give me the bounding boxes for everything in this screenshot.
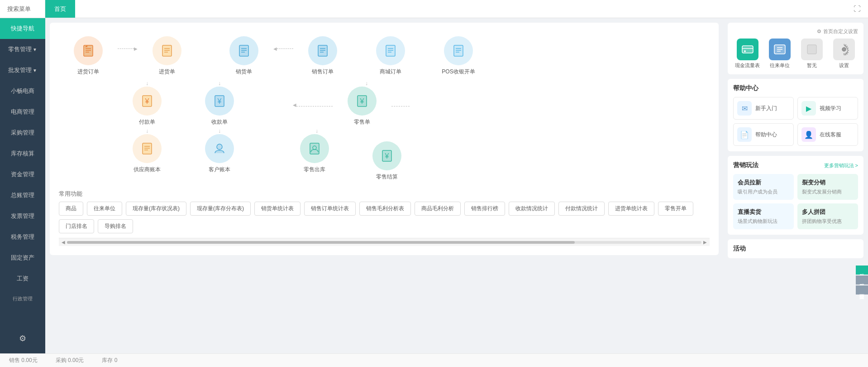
service-icon: 👤 bbox=[801, 127, 816, 142]
mall-order-label: 商城订单 bbox=[380, 68, 401, 76]
flow-node-retail-settle[interactable]: ¥ 零售结算 bbox=[358, 141, 416, 181]
sidebar-item-salary[interactable]: 工资 bbox=[0, 268, 45, 289]
live-desc: 场景式购物新玩法 bbox=[738, 218, 789, 225]
sidebar-item-purchase[interactable]: 采购管理 bbox=[0, 122, 45, 143]
sidebar-item-ecommerce-mgmt[interactable]: 电商管理 bbox=[0, 101, 45, 122]
help-item-video[interactable]: ▶ 视频学习 bbox=[797, 97, 858, 120]
beginner-icon: ✉ bbox=[737, 101, 752, 116]
sidebar-item-invoice[interactable]: 发票管理 bbox=[0, 206, 45, 227]
func-button-13[interactable]: 门店排名 bbox=[59, 219, 94, 233]
flow-node-purchase[interactable]: 进货单 bbox=[138, 36, 196, 76]
sidebar-item-label: 库存核算 bbox=[11, 150, 34, 158]
contacts-icon bbox=[769, 39, 791, 60]
settings-label: 设置 bbox=[839, 62, 849, 69]
help-item-beginner[interactable]: ✉ 新手入门 bbox=[733, 97, 794, 120]
func-buttons-grid: 商品往来单位现存量(库存状况表)现存量(库存分布表)销货单统计表销售订单统计表销… bbox=[59, 202, 710, 233]
flow-node-mall-order[interactable]: 商城订单 bbox=[361, 36, 420, 76]
marketing-item-group[interactable]: 多人拼团 拼团购物享受优惠 bbox=[797, 203, 858, 229]
sidebar-item-wholesale[interactable]: 批发管理 ▼ bbox=[0, 60, 45, 81]
sidebar-settings-icon[interactable]: ⚙ bbox=[0, 329, 45, 348]
quick-icons-card: ⚙ 首页自定义设置 现金流量表 bbox=[728, 23, 863, 74]
group-desc: 拼团购物享受优惠 bbox=[802, 218, 854, 225]
flow-diagram: 进货订单 ▶ bbox=[59, 32, 710, 185]
chevron-down-icon: ▼ bbox=[33, 47, 37, 52]
svg-text:¥: ¥ bbox=[145, 97, 149, 105]
group-title: 多人拼团 bbox=[802, 208, 854, 216]
sidebar-item-ledger[interactable]: 总账管理 bbox=[0, 185, 45, 206]
svg-rect-39 bbox=[742, 46, 753, 53]
flow-node-retail-order[interactable]: ¥ 零售单 bbox=[333, 87, 391, 126]
float-btn-service[interactable]: 客服热线 bbox=[856, 266, 868, 275]
pos-icon bbox=[444, 36, 473, 65]
flow-node-pos[interactable]: POS收银开单 bbox=[429, 36, 488, 76]
quick-icon-empty[interactable]: 暂无 bbox=[797, 39, 826, 69]
help-item-help[interactable]: 📄 帮助中心 bbox=[733, 123, 794, 146]
scroll-right-button[interactable]: ▶ bbox=[703, 240, 707, 245]
flow-node-payment[interactable]: ¥ 付款单 bbox=[118, 87, 176, 126]
func-button-9[interactable]: 收款情况统计 bbox=[509, 202, 555, 216]
func-button-2[interactable]: 现存量(库存状况表) bbox=[126, 202, 186, 216]
tab-home[interactable]: 首页 bbox=[45, 0, 75, 18]
flow-node-customer-ledger[interactable]: 客户账本 bbox=[190, 134, 249, 174]
quick-icon-cashflow[interactable]: 现金流量表 bbox=[733, 39, 762, 69]
func-button-11[interactable]: 进货单统计表 bbox=[608, 202, 654, 216]
sidebar-item-tax[interactable]: 税务管理 bbox=[0, 227, 45, 247]
func-button-4[interactable]: 销货单统计表 bbox=[254, 202, 300, 216]
sidebar-item-finance[interactable]: 资金管理 bbox=[0, 164, 45, 185]
func-button-3[interactable]: 现存量(库存分布表) bbox=[190, 202, 251, 216]
marketing-item-member[interactable]: 会员拉新 吸引用户成为会员 bbox=[733, 174, 794, 200]
quick-icon-contacts[interactable]: 往来单位 bbox=[765, 39, 794, 69]
marketing-item-live[interactable]: 直播卖货 场景式购物新玩法 bbox=[733, 203, 794, 229]
func-button-14[interactable]: 导购排名 bbox=[98, 219, 133, 233]
marketing-item-distribution[interactable]: 裂变分销 裂变式发展分销商 bbox=[797, 174, 858, 200]
func-button-5[interactable]: 销售订单统计表 bbox=[304, 202, 356, 216]
pos-label: POS收银开单 bbox=[442, 68, 475, 76]
bottom-stats: 销售 0.00元 采购 0.00元 库存 0 bbox=[0, 353, 868, 367]
quick-icon-settings[interactable]: 设置 bbox=[830, 39, 858, 69]
quick-icons-grid: 现金流量表 往来单位 bbox=[733, 39, 858, 69]
flow-node-receipt[interactable]: ¥ 收款单 bbox=[190, 87, 249, 126]
retail-settle-label: 零售结算 bbox=[376, 173, 398, 181]
common-functions-title: 常用功能 bbox=[59, 190, 710, 198]
flow-node-sale[interactable]: 销货单 bbox=[215, 36, 273, 76]
func-button-7[interactable]: 商品毛利分析 bbox=[415, 202, 461, 216]
func-button-6[interactable]: 销售毛利分析表 bbox=[359, 202, 411, 216]
func-button-8[interactable]: 销售排行榜 bbox=[464, 202, 505, 216]
sidebar-item-label: 工资 bbox=[17, 275, 29, 283]
sidebar-item-label: 电商管理 bbox=[11, 108, 34, 116]
chevron-down-icon: ▼ bbox=[33, 68, 37, 73]
scroll-left-button[interactable]: ◀ bbox=[62, 240, 65, 245]
flow-node-purchase-order[interactable]: 进货订单 bbox=[59, 36, 118, 76]
svg-rect-16 bbox=[386, 45, 395, 56]
sidebar-item-ecommerce-small[interactable]: 小畅电商 bbox=[0, 81, 45, 101]
cashflow-label: 现金流量表 bbox=[735, 62, 760, 69]
sidebar-item-inventory[interactable]: 库存核算 bbox=[0, 143, 45, 164]
fullscreen-button[interactable]: ⛶ bbox=[850, 3, 864, 15]
svg-point-34 bbox=[217, 144, 222, 150]
marketing-grid: 会员拉新 吸引用户成为会员 裂变分销 裂变式发展分销商 直播卖货 场景式购物新玩… bbox=[733, 174, 858, 229]
flow-node-sales-order[interactable]: 销售订单 bbox=[293, 36, 352, 76]
func-button-1[interactable]: 往来单位 bbox=[87, 202, 122, 216]
sidebar-item-label: 总账管理 bbox=[11, 191, 34, 199]
flow-node-retail-out[interactable]: 零售出库 bbox=[285, 134, 344, 174]
search-menu[interactable]: 搜索菜单 bbox=[0, 0, 45, 18]
func-button-12[interactable]: 零售开单 bbox=[658, 202, 693, 216]
sidebar-item-retail[interactable]: 零售管理 ▼ bbox=[0, 39, 45, 60]
func-button-10[interactable]: 付款情况统计 bbox=[558, 202, 605, 216]
sidebar-item-fixed-assets[interactable]: 固定资产 bbox=[0, 247, 45, 268]
svg-rect-20 bbox=[454, 45, 463, 56]
supplier-ledger-icon bbox=[133, 134, 162, 163]
svg-rect-12 bbox=[318, 45, 327, 56]
float-btn-community[interactable]: 服务社区 bbox=[856, 275, 868, 285]
float-btn-desktop[interactable]: 桌面快捷 bbox=[856, 285, 868, 295]
flow-node-supplier-ledger[interactable]: 供应商账本 bbox=[118, 134, 176, 174]
quick-nav-card: 进货订单 ▶ bbox=[50, 23, 719, 255]
more-marketing-link[interactable]: 更多营销玩法 > bbox=[824, 162, 858, 169]
func-button-0[interactable]: 商品 bbox=[59, 202, 83, 216]
sidebar-item-quick-nav[interactable]: 快捷导航 bbox=[0, 18, 45, 39]
service-label: 在线客服 bbox=[820, 131, 841, 139]
sidebar-item-label: 发票管理 bbox=[11, 212, 34, 220]
customize-button[interactable]: ⚙ 首页自定义设置 bbox=[817, 28, 858, 35]
sidebar-item-admin[interactable]: 行政管理 bbox=[0, 289, 45, 309]
help-item-service[interactable]: 👤 在线客服 bbox=[797, 123, 858, 146]
